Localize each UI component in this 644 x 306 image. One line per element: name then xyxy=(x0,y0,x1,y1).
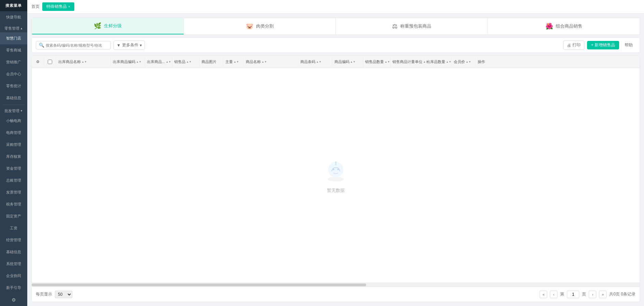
help-button[interactable]: 帮助 xyxy=(622,41,635,49)
prev-page-button[interactable]: ‹ xyxy=(550,291,557,298)
content-area: 🌿 生鲜分级 🐷 肉类分割 ⚖ 称重预包装商品 🌺 组合商品销售 🔍 xyxy=(27,14,644,306)
total-count-label: 共0页 0条记录 xyxy=(609,291,635,297)
filter-label: 更多条件 xyxy=(122,42,138,48)
combo-sale-icon: 🌺 xyxy=(545,22,553,30)
special-sales-tab[interactable]: 特殊销售品 × xyxy=(42,2,74,11)
new-sale-button[interactable]: + 新增销售品 xyxy=(587,41,619,49)
sidebar-item-operation[interactable]: 经营管理 xyxy=(0,234,27,246)
th-sale-goods[interactable]: 销售品 ▲▼ xyxy=(172,57,199,67)
sidebar-item-general-ledger[interactable]: 总账管理 xyxy=(0,174,27,186)
sort-member-price-icon: ▲▼ xyxy=(466,61,471,63)
gear-icon[interactable]: ⚙ xyxy=(0,294,27,306)
sidebar-item-retail-mgmt[interactable]: 零售管理 ▲ xyxy=(0,23,27,32)
search-box[interactable]: 🔍 xyxy=(36,41,111,49)
svg-point-3 xyxy=(337,168,339,170)
sidebar-divider-1 xyxy=(3,105,25,105)
th-main[interactable]: 主量 ▲▼ xyxy=(223,57,244,67)
sidebar-item-invoice[interactable]: 发票管理 xyxy=(0,186,27,198)
sidebar-item-smart-store[interactable]: 智慧门店 xyxy=(0,32,27,44)
th-out-spec[interactable]: 出库商品... ▲▼ xyxy=(145,57,172,67)
last-page-button[interactable]: » xyxy=(599,291,606,298)
filter-button[interactable]: ▼ 更多条件 ▾ xyxy=(114,41,145,50)
print-button[interactable]: 🖨 打印 xyxy=(563,41,584,50)
sidebar-logo: 搜索菜单 xyxy=(0,0,27,11)
main-content: 首页 特殊销售品 × 🌿 生鲜分级 🐷 肉类分割 ⚖ 称重预包装商品 🌺 组合商… xyxy=(27,0,644,306)
filter-arrow-icon: ▾ xyxy=(140,43,142,48)
tab-close-icon[interactable]: × xyxy=(68,5,70,9)
fresh-grade-icon: 🌿 xyxy=(94,22,101,30)
per-page-select[interactable]: 50 10 20 100 xyxy=(55,291,72,298)
search-input[interactable] xyxy=(46,43,108,47)
first-page-button[interactable]: « xyxy=(540,291,547,298)
th-barcode[interactable]: 商品条码 ▲▼ xyxy=(298,57,332,67)
th-out-name[interactable]: 出库商品名称 ▲▼ xyxy=(56,57,111,67)
scrollbar-thumb[interactable] xyxy=(32,284,366,286)
sidebar-item-basic-info[interactable]: 基础信息 xyxy=(0,92,27,104)
toolbar-right: 🖨 打印 + 新增销售品 帮助 xyxy=(563,41,635,50)
toolbar-left: 🔍 ▼ 更多条件 ▾ xyxy=(36,41,145,50)
sort-barcode-icon: ▲▼ xyxy=(316,61,321,63)
sidebar-item-basic-info2[interactable]: 基础信息 xyxy=(0,246,27,258)
toolbar: 🔍 ▼ 更多条件 ▾ 🖨 打印 + 新增销售品 帮助 xyxy=(31,37,640,53)
svg-point-4 xyxy=(335,162,336,163)
sidebar-item-inventory[interactable]: 库存核算 xyxy=(0,151,27,163)
cat-tab-combo-sale[interactable]: 🌺 组合商品销售 xyxy=(488,18,640,34)
cat-tab-meat-cut[interactable]: 🐷 肉类分割 xyxy=(184,18,336,34)
cat-tab-fresh-grade[interactable]: 🌿 生鲜分级 xyxy=(32,18,184,34)
sidebar-item-mini-ecom[interactable]: 小畅电商 xyxy=(0,115,27,127)
sidebar-item-purchase-mgmt[interactable]: 采购管理 xyxy=(0,139,27,151)
th-out-code[interactable]: 出库商品编码 ▲▼ xyxy=(111,57,145,67)
svg-point-2 xyxy=(333,168,334,170)
th-out-name-label: 出库商品名称 xyxy=(58,59,81,64)
sidebar-item-fixed-assets[interactable]: 固定资产 xyxy=(0,210,27,222)
sort-out-spec-icon: ▲▼ xyxy=(166,61,171,63)
home-link[interactable]: 首页 xyxy=(31,4,40,10)
page-suffix: 页 xyxy=(582,291,586,297)
sort-out-code-icon: ▲▼ xyxy=(136,61,141,63)
sidebar-item-retail-stats[interactable]: 零售统计 xyxy=(0,80,27,92)
sidebar-item-finance[interactable]: 资金管理 xyxy=(0,163,27,174)
select-all-checkbox[interactable] xyxy=(48,60,52,64)
th-main-label: 主量 xyxy=(225,59,233,64)
sidebar-item-salary[interactable]: 工资 xyxy=(0,222,27,234)
retail-mgmt-arrow: ▲ xyxy=(20,27,23,30)
sidebar-item-new-guide[interactable]: 新手引导 xyxy=(0,282,27,294)
sidebar-item-enterprise[interactable]: 企业协同 xyxy=(0,270,27,282)
th-out-qty[interactable]: 出库品数量 ▲▼ xyxy=(424,57,452,67)
th-goods-code[interactable]: 商品编码 ▲▼ xyxy=(332,57,363,67)
meat-cut-icon: 🐷 xyxy=(246,22,253,30)
sidebar-item-retail-mall[interactable]: 零售商城 xyxy=(0,44,27,56)
sidebar-item-tax[interactable]: 税务管理 xyxy=(0,198,27,210)
th-sale-qty-label: 销售品数量 xyxy=(365,59,384,64)
th-sale-unit[interactable]: 销售商品计量单位 ▲▼ xyxy=(390,57,424,67)
th-goods-name[interactable]: 商品名称 ▲▼ xyxy=(244,57,298,67)
cat-tab-weigh-pack[interactable]: ⚖ 称重预包装商品 xyxy=(336,18,488,34)
sidebar-item-ecom-mgmt[interactable]: 电商管理 xyxy=(0,127,27,139)
pagination-right: « ‹ 第 页 › » 共0页 0条记录 xyxy=(540,291,635,298)
topbar: 首页 特殊销售品 × xyxy=(27,0,644,14)
th-out-spec-label: 出库商品... xyxy=(147,59,165,64)
fresh-grade-label: 生鲜分级 xyxy=(104,23,122,29)
sort-main-icon: ▲▼ xyxy=(234,61,239,63)
category-tabs: 🌿 生鲜分级 🐷 肉类分割 ⚖ 称重预包装商品 🌺 组合商品销售 xyxy=(31,18,640,35)
th-checkbox[interactable] xyxy=(44,57,56,67)
th-member-price[interactable]: 会员价 ▲▼ xyxy=(452,57,476,67)
pagination: 每页显示 50 10 20 100 « ‹ 第 页 › » 共 xyxy=(32,287,640,302)
th-sale-qty[interactable]: 销售品数量 ▲▼ xyxy=(363,57,390,67)
th-goods-name-label: 商品名称 xyxy=(246,59,261,64)
combo-sale-label: 组合商品销售 xyxy=(556,23,582,29)
sidebar-item-member[interactable]: 会员中心 xyxy=(0,68,27,80)
sidebar-item-system-mgmt[interactable]: 系统管理 xyxy=(0,258,27,270)
next-page-button[interactable]: › xyxy=(589,291,596,298)
horizontal-scrollbar[interactable] xyxy=(32,282,640,287)
svg-point-1 xyxy=(328,162,343,177)
th-gear[interactable]: ⚙ xyxy=(32,57,44,67)
th-out-qty-label: 出库品数量 xyxy=(426,59,445,64)
page-number-input[interactable] xyxy=(567,291,579,298)
sidebar-item-marketing[interactable]: 营销推广 xyxy=(0,56,27,68)
sidebar-item-wholesale-mgmt[interactable]: 批发管理 ▼ xyxy=(0,106,27,115)
sidebar-item-quick-nav[interactable]: 快捷导航 xyxy=(0,11,27,23)
th-goods-img-label: 商品图片 xyxy=(201,59,216,64)
th-member-price-label: 会员价 xyxy=(454,59,465,64)
data-table: ⚙ 出库商品名称 ▲▼ 出库商品编码 ▲▼ 出库商品... ▲▼ xyxy=(31,56,640,302)
